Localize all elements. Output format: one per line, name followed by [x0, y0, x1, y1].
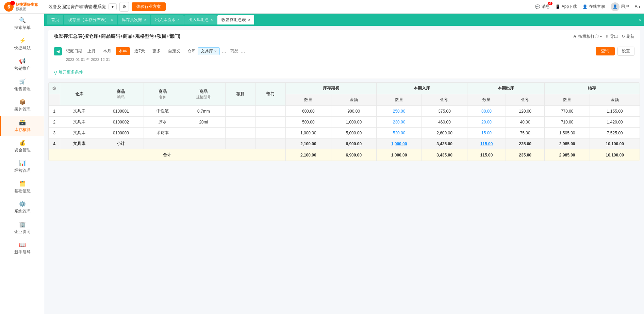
- tab-inout-summary[interactable]: 出入库汇总 ×: [184, 15, 217, 24]
- row2-index: 2: [49, 117, 60, 128]
- total-open-amt: 6,900.00: [331, 149, 376, 161]
- row3-dept: [255, 128, 286, 138]
- tab-receive-summary[interactable]: 收发存汇总表 ×: [217, 15, 254, 24]
- logo-badge: [10, 1, 15, 5]
- sidebar-item-operation[interactable]: 📊 经营管理: [0, 156, 44, 177]
- sidebar-item-basic[interactable]: 🗂️ 基础信息: [0, 177, 44, 197]
- system-select-dropdown[interactable]: ▾: [109, 3, 117, 10]
- online-service-button[interactable]: 👤 在线客服: [582, 4, 605, 10]
- date-custom[interactable]: 自定义: [165, 47, 183, 55]
- row1-in-amt: 375.00: [422, 106, 467, 117]
- tab-close-inout-flow[interactable]: ×: [178, 18, 180, 22]
- col-department-header: 部门: [255, 83, 286, 106]
- export-button[interactable]: ⬇ 导出: [605, 34, 618, 39]
- tab-close-stock-dist[interactable]: ×: [111, 18, 113, 22]
- export-icon: ⬇: [605, 34, 609, 39]
- row2-project: [225, 117, 255, 128]
- sidebar-item-sales[interactable]: 🛒 销售管理: [0, 75, 44, 95]
- row1-project: [225, 106, 255, 117]
- row1-warehouse: 文具库: [60, 106, 98, 117]
- data-table-container: ⚙ 仓库 商品编码 商品名称 商品规格型号 项目 部门 库存期初 本期入库 本期…: [48, 82, 640, 161]
- folder-icon: 🗂️: [19, 180, 26, 187]
- tab-bar-close[interactable]: ×: [639, 17, 641, 22]
- tab-stock-dist[interactable]: 现存量（库存分布表） ×: [64, 15, 117, 24]
- sidebar-item-purchase[interactable]: 📦 采购管理: [0, 95, 44, 116]
- user-area[interactable]: 👤 用户: [611, 2, 629, 11]
- total-row: 合计 2,100.00 6,900.00 1,000.00 3,435.00 1…: [49, 149, 640, 161]
- page-title: 收发存汇总表(按仓库+商品编码+商品+规格型号+项目+部门): [54, 33, 180, 39]
- system-name-label: 装备及固定资产辅助管理系统: [48, 4, 106, 10]
- row3-in-qty[interactable]: 520.00: [376, 128, 422, 138]
- row2-in-qty[interactable]: 230.00: [376, 117, 422, 128]
- query-button[interactable]: 查询: [596, 47, 615, 55]
- tab-batch[interactable]: 库存批次账 ×: [118, 15, 150, 24]
- ea-label: Ea: [634, 4, 640, 9]
- subtotal-outbound-qty-link[interactable]: 115.00: [480, 142, 493, 146]
- sidebar-item-marketing[interactable]: 📢 营销推广: [0, 54, 44, 75]
- sidebar-item-enterprise[interactable]: 🏢 企业协同: [0, 218, 44, 238]
- page-content: 收发存汇总表(按仓库+商品编码+商品+规格型号+项目+部门) 🖨 按模板打印 ▾…: [44, 26, 644, 314]
- subtotal-in-qty[interactable]: 1,000.00: [376, 138, 422, 149]
- gear-button[interactable]: ⚙: [119, 2, 129, 12]
- date-7days[interactable]: 近7天: [131, 47, 148, 55]
- sidebar-item-quick[interactable]: ⚡ 快捷导航: [0, 34, 44, 54]
- tab-home[interactable]: 首页: [47, 15, 63, 24]
- chart-icon: 📊: [19, 160, 26, 166]
- row3-out-qty[interactable]: 15.00: [467, 128, 506, 138]
- date-this-month[interactable]: 本月: [100, 47, 114, 55]
- date-this-year[interactable]: 本年: [116, 47, 130, 55]
- col-outbound-amt-header: 金额: [506, 94, 545, 106]
- subtotal-out-qty[interactable]: 115.00: [467, 138, 506, 149]
- sidebar-item-newbie[interactable]: 📖 新手引导: [0, 238, 44, 259]
- tab-inout-flow[interactable]: 出入库流水 ×: [151, 15, 184, 24]
- warehouse-ellipsis-button[interactable]: ...: [222, 48, 226, 54]
- row3-close-amt: 7,525.00: [590, 128, 640, 138]
- expand-icon: ⋁: [54, 70, 57, 75]
- refresh-button[interactable]: ↻ 刷新: [622, 34, 634, 39]
- row1-out-qty[interactable]: 80.00: [467, 106, 506, 117]
- row3-warehouse: 文具库: [60, 128, 98, 138]
- row1-close-qty: 770.00: [544, 106, 590, 117]
- row3-inbound-qty-link[interactable]: 520.00: [393, 131, 406, 135]
- row2-inbound-qty-link[interactable]: 230.00: [393, 120, 406, 125]
- date-last-month[interactable]: 上月: [84, 47, 99, 55]
- date-more[interactable]: 更多: [149, 47, 164, 55]
- row2-dept: [255, 117, 286, 128]
- tab-close-batch[interactable]: ×: [144, 18, 146, 22]
- goods-ellipsis-button[interactable]: ...: [241, 48, 245, 54]
- total-close-amt: 10,100.00: [590, 149, 640, 161]
- refresh-icon: ↻: [622, 34, 625, 39]
- sidebar-item-system[interactable]: ⚙️ 系统管理: [0, 197, 44, 218]
- row2-spec: 20ml: [182, 117, 225, 128]
- tab-close-inout-summary[interactable]: ×: [211, 18, 213, 22]
- print-template-button[interactable]: 🖨 按模板打印 ▾: [573, 34, 602, 39]
- filter-toggle-button[interactable]: ◀: [54, 47, 62, 55]
- col-settings-header[interactable]: ⚙: [49, 83, 60, 94]
- row2-out-qty[interactable]: 20.00: [467, 117, 506, 128]
- subtotal-close-amt: 10,100.00: [590, 138, 640, 149]
- tab-bar: 首页 现存量（库存分布表） × 库存批次账 × 出入库流水 × 出入库汇总 × …: [44, 14, 644, 26]
- row3-out-amt: 75.00: [506, 128, 545, 138]
- subtotal-index: 4: [49, 138, 60, 149]
- tab-close-receive-summary[interactable]: ×: [248, 18, 250, 22]
- warehouse-tag-close[interactable]: ×: [214, 49, 217, 54]
- app-download-button[interactable]: 📱 App下载: [555, 4, 577, 10]
- expand-more-button[interactable]: ⋁ 展开更多条件: [54, 68, 634, 77]
- filter-settings-button[interactable]: 设置: [617, 47, 634, 56]
- sidebar: 🔍 搜索菜单 ⚡ 快捷导航 📢 营销推广 🛒 销售管理 📦 采购管理 🗃️ 库存…: [0, 14, 44, 314]
- row3-outbound-qty-link[interactable]: 15.00: [481, 131, 492, 135]
- sidebar-item-inventory[interactable]: 🗃️ 库存核算: [0, 116, 44, 136]
- row2-warehouse: 文具库: [60, 117, 98, 128]
- subtotal-inbound-qty-link[interactable]: 1,000.00: [391, 142, 407, 146]
- row1-inbound-qty-link[interactable]: 250.00: [393, 109, 406, 114]
- phone-icon: 📱: [555, 4, 560, 9]
- row1-in-qty[interactable]: 250.00: [376, 106, 422, 117]
- sidebar-item-search[interactable]: 🔍 搜索菜单: [0, 14, 44, 34]
- row1-outbound-qty-link[interactable]: 80.00: [481, 109, 492, 114]
- trial-button[interactable]: 体验行业方案: [132, 2, 166, 11]
- sidebar-item-finance[interactable]: 💰 资金管理: [0, 136, 44, 156]
- row2-outbound-qty-link[interactable]: 20.00: [481, 120, 492, 125]
- column-settings-icon[interactable]: ⚙: [52, 86, 56, 91]
- row3-code: 0100003: [98, 128, 144, 138]
- message-button[interactable]: 💬 消息 6: [535, 4, 550, 10]
